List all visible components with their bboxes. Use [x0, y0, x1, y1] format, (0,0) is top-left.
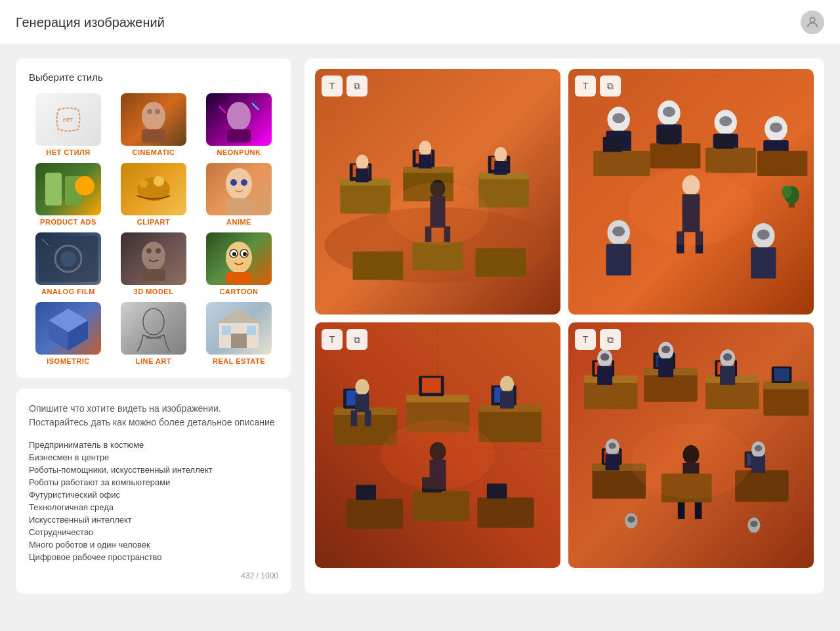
action-t-btn-1[interactable]: T	[322, 76, 343, 97]
svg-rect-133	[477, 498, 534, 528]
style-item-cartoon[interactable]: CARTOON	[200, 232, 278, 295]
image-card-3: T ⧉	[315, 322, 560, 568]
action-copy-btn-3[interactable]: ⧉	[346, 329, 368, 350]
svg-point-104	[782, 185, 791, 198]
left-panel: Выберите стиль НЕТ НЕТ СТИЛЯ	[16, 58, 291, 594]
style-thumb-clipart	[121, 163, 186, 215]
style-item-isometric[interactable]: ISOMETRIC	[29, 302, 108, 365]
style-thumb-cinematic	[121, 93, 186, 146]
tag-item[interactable]: Искусственный интеллект	[29, 513, 278, 526]
svg-rect-145	[597, 366, 612, 385]
svg-rect-98	[606, 244, 631, 276]
image-actions-1: T ⧉	[322, 76, 368, 97]
svg-rect-46	[340, 183, 390, 214]
svg-text:НЕТ: НЕТ	[63, 117, 74, 123]
action-copy-btn-4[interactable]: ⧉	[600, 329, 621, 350]
style-item-neonpunk[interactable]: NEONPUNK	[200, 93, 278, 156]
svg-point-32	[243, 252, 247, 256]
svg-point-0	[810, 18, 814, 22]
style-item-analog-film[interactable]: ANALOG FILM	[29, 232, 108, 295]
tag-item[interactable]: Роботы-помощники, искусственный интеллек…	[29, 464, 278, 476]
image-card-4: T ⧉	[568, 322, 814, 568]
svg-rect-51	[356, 169, 368, 183]
style-item-cinematic[interactable]: CINEMATIC	[114, 93, 193, 156]
tag-item[interactable]: Технологичная среда	[29, 501, 278, 513]
svg-point-151	[662, 345, 670, 353]
tag-item[interactable]: Роботы работают за компьютерами	[29, 476, 278, 489]
image-card-2: T ⧉	[568, 69, 814, 315]
images-grid: T ⧉	[315, 69, 814, 568]
svg-point-186	[750, 521, 758, 527]
action-copy-btn-1[interactable]: ⧉	[346, 76, 368, 97]
style-thumb-cartoon	[206, 232, 272, 285]
svg-point-26	[146, 248, 152, 253]
image-actions-2: T ⧉	[575, 76, 621, 97]
style-thumb-analogfilm	[35, 232, 101, 285]
svg-rect-10	[45, 173, 62, 206]
tag-item[interactable]: Много роботов и один человек	[29, 538, 278, 551]
svg-point-12	[75, 176, 94, 196]
avatar[interactable]	[801, 11, 824, 34]
svg-rect-57	[419, 154, 431, 168]
tag-item[interactable]: Предприниматель в костюме	[29, 439, 278, 451]
tag-item[interactable]: Бизнесмен в центре	[29, 451, 278, 464]
svg-point-180	[755, 445, 763, 452]
svg-point-66	[494, 147, 507, 162]
action-copy-btn-2[interactable]: ⧉	[600, 76, 621, 97]
page-title: Генерация изображений	[16, 15, 165, 30]
svg-rect-7	[227, 129, 251, 142]
svg-point-6	[227, 102, 251, 131]
svg-rect-120	[422, 378, 441, 393]
tag-item[interactable]: Цифровое рабочее пространство	[29, 551, 278, 563]
svg-point-2	[142, 102, 165, 131]
tag-item[interactable]: Футуристический офис	[29, 489, 278, 501]
style-item-product-ads[interactable]: PRODUCT ADS	[29, 163, 108, 226]
svg-point-129	[500, 376, 514, 393]
svg-line-9	[252, 103, 259, 110]
style-thumb-realestate	[206, 302, 272, 355]
header: Генерация изображений	[0, 0, 840, 45]
svg-point-144	[600, 353, 609, 361]
svg-point-177	[608, 443, 616, 449]
style-thumb-isometric	[35, 302, 101, 355]
svg-rect-160	[763, 385, 808, 416]
action-t-btn-4[interactable]: T	[575, 329, 596, 350]
svg-point-97	[612, 227, 625, 236]
svg-rect-43	[247, 326, 256, 335]
svg-rect-17	[226, 198, 252, 214]
description-panel: Опишите что хотите видеть на изображении…	[16, 389, 291, 594]
svg-rect-116	[365, 410, 371, 426]
style-thumb-productads	[35, 163, 101, 215]
svg-point-105	[628, 169, 754, 245]
svg-point-28	[226, 242, 252, 273]
svg-rect-181	[751, 456, 765, 473]
action-t-btn-2[interactable]: T	[575, 76, 596, 97]
tag-item[interactable]: Сотрудничество	[29, 526, 278, 538]
svg-point-74	[612, 113, 625, 123]
style-item-no-style[interactable]: НЕТ НЕТ СТИЛЯ	[29, 93, 108, 156]
style-thumb-lineart	[121, 302, 186, 355]
style-label-product-ads: PRODUCT ADS	[40, 218, 96, 226]
style-item-line-art[interactable]: LINE ART	[114, 302, 193, 365]
svg-rect-131	[346, 499, 403, 529]
style-item-real-estate[interactable]: REAL ESTATE	[200, 302, 278, 365]
style-label-isometric: ISOMETRIC	[47, 357, 90, 365]
image-actions-4: T ⧉	[575, 329, 621, 350]
svg-point-16	[226, 168, 252, 200]
svg-rect-130	[500, 391, 514, 409]
style-item-clipart[interactable]: CLIPART	[114, 163, 193, 226]
tags-list: Предприниматель в костюмеБизнесмен в цен…	[29, 439, 278, 563]
svg-point-80	[719, 116, 732, 126]
svg-rect-89	[603, 137, 622, 152]
svg-rect-163	[774, 368, 789, 381]
svg-rect-136	[487, 483, 507, 498]
style-thumb-neonpunk	[206, 93, 272, 146]
svg-point-27	[156, 248, 161, 253]
svg-rect-90	[660, 129, 679, 144]
svg-rect-134	[356, 485, 376, 500]
action-t-btn-3[interactable]: T	[322, 329, 343, 350]
svg-rect-42	[222, 326, 231, 335]
svg-rect-68	[353, 251, 404, 280]
style-item-anime[interactable]: ANIME	[200, 163, 278, 226]
style-item-3d-model[interactable]: 3D MODEL	[114, 232, 193, 295]
